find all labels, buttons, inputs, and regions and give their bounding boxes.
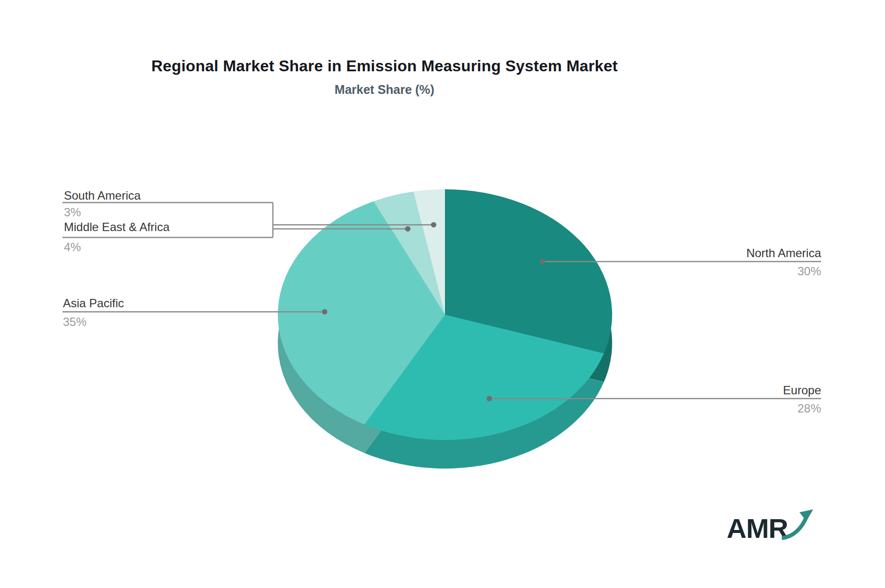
- slice-label-south-america: South America: [64, 189, 141, 202]
- label-dot-south-america: [431, 222, 436, 228]
- label-dot-north-america: [540, 259, 545, 265]
- amr-logo: AMR: [727, 507, 825, 552]
- slice-value-north-america: 30%: [575, 265, 821, 278]
- slice-value-middle-east-africa: 4%: [64, 240, 81, 254]
- slice-value-south-america: 3%: [64, 206, 81, 219]
- amr-logo-text: AMR: [727, 512, 788, 544]
- slice-value-europe: 28%: [575, 402, 821, 415]
- slice-label-europe: Europe: [575, 383, 821, 397]
- slice-label-asia-pacific: Asia Pacific: [63, 296, 124, 310]
- label-dot-europe: [487, 396, 492, 401]
- label-dot-middle-east-africa: [405, 226, 411, 232]
- chart-canvas: Regional Market Share in Emission Measur…: [0, 0, 885, 588]
- slice-label-north-america: North America: [575, 246, 821, 260]
- slice-value-asia-pacific: 35%: [63, 315, 87, 328]
- amr-logo-arrow-icon: [782, 507, 817, 543]
- slice-label-middle-east-africa: Middle East & Africa: [64, 220, 170, 234]
- pie-chart: [0, 0, 885, 588]
- label-dot-asia-pacific: [322, 309, 327, 315]
